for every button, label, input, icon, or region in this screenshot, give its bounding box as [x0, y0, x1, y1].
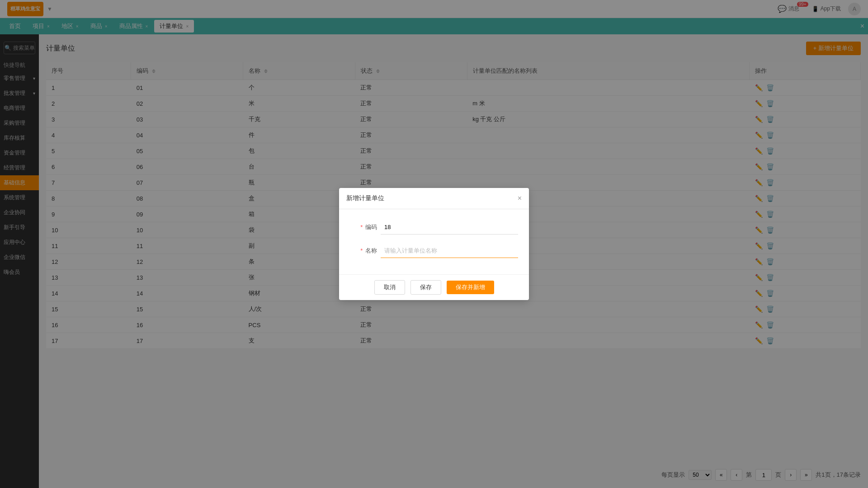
cancel-button[interactable]: 取消: [374, 280, 405, 295]
code-input[interactable]: [381, 220, 518, 235]
form-code-label: * 编码: [350, 223, 377, 231]
form-row-name: * 名称: [350, 244, 518, 258]
form-row-code: * 编码: [350, 220, 518, 235]
form-name-label: * 名称: [350, 247, 377, 255]
save-button[interactable]: 保存: [410, 280, 441, 295]
name-required-mark: *: [360, 247, 363, 254]
modal-body: * 编码 * 名称: [339, 209, 529, 274]
modal-close-btn[interactable]: ×: [518, 194, 522, 202]
modal-title: 新增计量单位: [346, 194, 384, 202]
name-input[interactable]: [381, 244, 518, 258]
code-required-mark: *: [360, 224, 363, 230]
modal-footer: 取消 保存 保存并新增: [339, 274, 529, 300]
modal-header: 新增计量单位 ×: [339, 188, 529, 209]
save-and-new-button[interactable]: 保存并新增: [447, 281, 494, 294]
modal-overlay: 新增计量单位 × * 编码 * 名称 取消 保存 保存并新增: [0, 0, 868, 488]
add-measure-unit-modal: 新增计量单位 × * 编码 * 名称 取消 保存 保存并新增: [339, 188, 529, 300]
